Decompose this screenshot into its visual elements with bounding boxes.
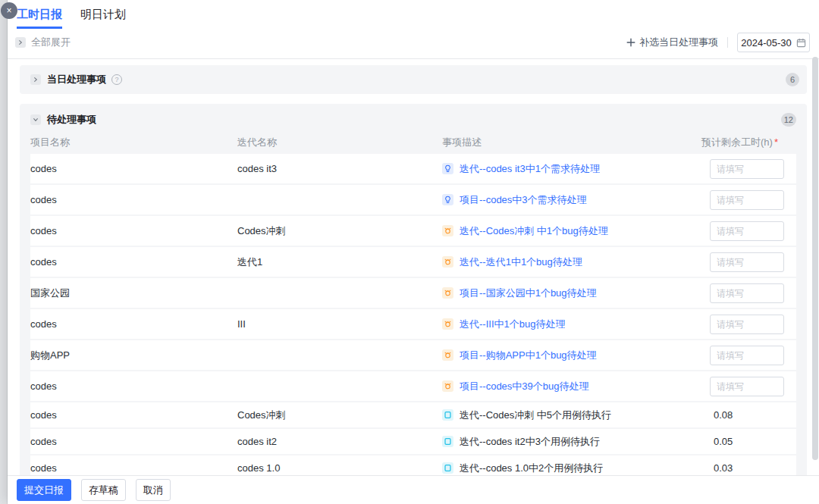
- iteration-name: codes 1.0: [237, 462, 442, 474]
- column-header-description: 事项描述: [442, 136, 697, 149]
- project-name: codes: [30, 163, 237, 174]
- hours-cell: [697, 283, 796, 303]
- item-description-link[interactable]: 迭代--codes it2中3个用例待执行: [460, 435, 600, 449]
- project-name: codes: [30, 462, 237, 474]
- section-today-items[interactable]: 当日处理事项 ? 6: [20, 65, 807, 94]
- bug-icon: [442, 318, 453, 330]
- toolbar-divider: [727, 37, 728, 48]
- required-asterisk: *: [774, 136, 778, 148]
- table-row: 国家公园 项目--国家公园中1个bug待处理: [30, 278, 796, 308]
- table-row: codes Codes冲刺 迭代--Codes冲刺 中5个用例待执行 0.08: [30, 402, 796, 427]
- section-pending-title: 待处理事项: [47, 113, 96, 127]
- date-value: 2024-05-30: [741, 37, 792, 49]
- project-name: 国家公园: [30, 286, 237, 300]
- table-row: codes codes it2 迭代--codes it2中3个用例待执行 0.…: [30, 429, 796, 454]
- vertical-scrollbar-thumb[interactable]: [812, 57, 818, 460]
- item-description-link[interactable]: 迭代--codes 1.0中2个用例待执行: [460, 462, 603, 475]
- project-name: 购物APP: [30, 349, 237, 362]
- table-row: 购物APP 项目--购物APP中1个bug待处理: [30, 340, 796, 370]
- hours-cell: 0.08: [697, 409, 796, 421]
- remaining-hours-input[interactable]: [710, 377, 784, 396]
- iteration-name: Codes冲刺: [237, 409, 442, 422]
- daily-report-drawer: × 工时日报 明日计划 全部展开 补选当日处理事项 2024-05-30: [8, 0, 819, 504]
- column-header-hours: 预计剩余工时(h)*: [697, 136, 796, 149]
- close-icon: ×: [6, 5, 11, 16]
- item-description-link[interactable]: 迭代--Codes冲刺 中5个用例待执行: [460, 409, 611, 422]
- bug-icon: [442, 349, 453, 361]
- plus-icon: [626, 38, 635, 47]
- toolbar-divider-line: [8, 58, 819, 59]
- section-pending-header[interactable]: 待处理事项 12: [30, 104, 796, 131]
- project-name: codes: [30, 256, 237, 268]
- project-name: codes: [30, 380, 237, 392]
- today-count-badge: 6: [786, 73, 799, 86]
- hours-cell: [697, 377, 796, 396]
- chevron-right-icon: [30, 74, 41, 85]
- project-name: codes: [30, 225, 237, 236]
- chevron-right-icon: [15, 37, 26, 48]
- remaining-hours-value: 0.08: [714, 409, 733, 421]
- column-header-project: 项目名称: [30, 136, 237, 149]
- iteration-name: III: [237, 318, 442, 330]
- item-description-link[interactable]: 项目--codes中3个需求待处理: [460, 193, 587, 207]
- remaining-hours-value: 0.05: [714, 436, 733, 447]
- item-description-link[interactable]: 项目--购物APP中1个bug待处理: [460, 349, 597, 362]
- bug-icon: [442, 287, 453, 299]
- help-icon[interactable]: ?: [111, 74, 122, 85]
- expand-all-button[interactable]: 全部展开: [15, 36, 71, 49]
- testcase-icon: [442, 436, 453, 447]
- remaining-hours-input[interactable]: [710, 190, 784, 210]
- toolbar: 全部展开 补选当日处理事项 2024-05-30: [15, 30, 810, 55]
- hours-cell: [697, 190, 796, 210]
- calendar-icon: [796, 38, 806, 48]
- submit-report-button[interactable]: 提交日报: [17, 479, 71, 501]
- remaining-hours-input[interactable]: [710, 159, 784, 179]
- remaining-hours-input[interactable]: [710, 252, 784, 272]
- project-name: codes: [30, 318, 237, 330]
- expand-all-label: 全部展开: [31, 36, 71, 49]
- hours-cell: [697, 159, 796, 179]
- remaining-hours-input[interactable]: [710, 221, 784, 241]
- project-name: codes: [30, 409, 237, 421]
- table-row: codes 迭代1 迭代--迭代1中1个bug待处理: [30, 247, 796, 277]
- cancel-button[interactable]: 取消: [136, 479, 171, 501]
- testcase-icon: [442, 409, 453, 421]
- date-picker[interactable]: 2024-05-30: [737, 33, 810, 52]
- bug-icon: [442, 225, 453, 236]
- add-today-item-button[interactable]: 补选当日处理事项: [626, 36, 718, 49]
- item-description-link[interactable]: 项目--国家公园中1个bug待处理: [460, 286, 597, 300]
- item-description-link[interactable]: 迭代--III中1个bug待处理: [460, 318, 565, 331]
- remaining-hours-input[interactable]: [710, 346, 784, 365]
- table-row: codes codes it3 迭代--codes it3中1个需求待处理: [30, 154, 796, 183]
- bug-icon: [442, 256, 453, 268]
- section-today-title: 当日处理事项: [47, 73, 106, 86]
- tab-bar: 工时日报 明日计划: [8, 0, 819, 29]
- remaining-hours-value: 0.03: [714, 462, 733, 474]
- requirement-icon: [442, 163, 453, 174]
- item-description-link[interactable]: 迭代--Codes冲刺 中1个bug待处理: [460, 224, 608, 238]
- table-row: codes 项目--codes中3个需求待处理: [30, 185, 796, 214]
- item-description-link[interactable]: 迭代--codes it3中1个需求待处理: [460, 162, 600, 176]
- iteration-name: codes it2: [237, 436, 442, 447]
- tab-daily-report[interactable]: 工时日报: [17, 8, 62, 29]
- column-header-iteration: 迭代名称: [237, 136, 442, 149]
- table-row: codes 项目--codes中39个bug待处理: [30, 371, 796, 401]
- iteration-name: codes it3: [237, 163, 442, 174]
- remaining-hours-input[interactable]: [710, 283, 784, 303]
- table-header: 项目名称 迭代名称 事项描述 预计剩余工时(h)*: [30, 131, 796, 154]
- save-draft-button[interactable]: 存草稿: [81, 479, 126, 501]
- section-pending-items: 待处理事项 12 项目名称 迭代名称 事项描述 预计剩余工时(h)* codes…: [20, 104, 807, 481]
- footer-actions: 提交日报 存草稿 取消: [8, 475, 819, 504]
- item-description-link[interactable]: 项目--codes中39个bug待处理: [460, 380, 589, 393]
- requirement-icon: [442, 194, 453, 205]
- testcase-icon: [442, 462, 453, 474]
- remaining-hours-input[interactable]: [710, 315, 784, 334]
- item-description-link[interactable]: 迭代--迭代1中1个bug待处理: [460, 255, 582, 269]
- close-button[interactable]: ×: [1, 2, 17, 19]
- hours-cell: [697, 221, 796, 241]
- tab-tomorrow-plan[interactable]: 明日计划: [80, 8, 126, 29]
- table-rows: codes codes it3 迭代--codes it3中1个需求待处理 co…: [30, 154, 796, 481]
- pending-count-badge: 12: [781, 113, 796, 127]
- bug-icon: [442, 380, 453, 392]
- table-row: codes III 迭代--III中1个bug待处理: [30, 309, 796, 339]
